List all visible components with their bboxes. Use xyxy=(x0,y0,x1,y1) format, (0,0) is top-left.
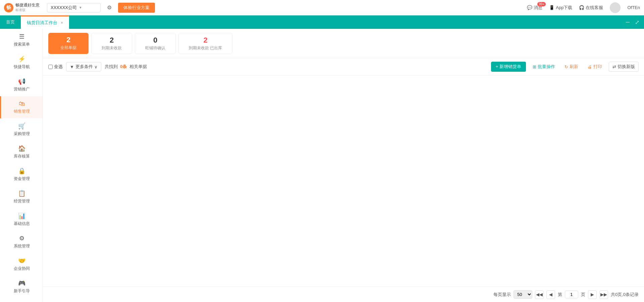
logo-text: 畅捷通好生意 xyxy=(15,3,40,8)
stat-label-overdue: 到期未收款 xyxy=(102,45,122,51)
refresh-icon: ↻ xyxy=(565,64,568,69)
sales-icon: 🛍 xyxy=(19,100,25,107)
prev-page-button[interactable]: ◀ xyxy=(546,290,555,299)
sidebar-item-sales[interactable]: 🛍 销售管理 xyxy=(0,96,43,118)
inventory-icon: 🏠 xyxy=(18,145,25,152)
stat-label-all: 全部单据 xyxy=(58,45,78,51)
marketing-icon: 📢 xyxy=(18,78,25,85)
operations-icon: 📋 xyxy=(18,190,25,197)
stat-label-shipped: 到期未收款 已出库 xyxy=(189,45,222,51)
logo-icon: 畅 xyxy=(4,3,13,12)
purchase-icon: 🛒 xyxy=(18,122,25,130)
batch-icon: ⊞ xyxy=(533,64,536,69)
system-icon: ⚙ xyxy=(19,235,24,242)
new-sale-button[interactable]: + 新增销货单 xyxy=(491,62,526,72)
message-badge: 99+ xyxy=(537,2,546,6)
header-right: 💬 消息 99+ 📱 App下载 🎧 在线客服 OfTEn xyxy=(527,2,640,13)
company-selector[interactable]: XXXXXX公司 ▼ xyxy=(47,3,101,12)
logo-sub: 标准版 xyxy=(15,8,40,12)
print-button[interactable]: 🖨 打印 xyxy=(585,62,605,71)
found-count: 0条 xyxy=(120,64,127,69)
refresh-button[interactable]: ↻ 刷新 xyxy=(562,62,581,71)
switch-icon: ⇄ xyxy=(612,64,616,69)
trial-button[interactable]: 体验行业方案 xyxy=(118,3,155,13)
sidebar-item-inventory[interactable]: 🏠 库存核算 xyxy=(0,141,43,163)
sidebar-item-basic-info[interactable]: 📊 基础信息 xyxy=(0,208,43,231)
switch-version-button[interactable]: ⇄ 切换新版 xyxy=(609,62,639,72)
page-number-input[interactable] xyxy=(565,291,578,298)
page-suffix: 页 xyxy=(581,292,585,298)
sidebar-item-quick-nav[interactable]: ⚡ 快捷导航 xyxy=(0,51,43,74)
stat-number-pending: 0 xyxy=(145,36,165,45)
stat-card-shipped[interactable]: 2 到期未收款 已出库 xyxy=(178,33,232,54)
main-layout: ☰ 搜索菜单 ⚡ 快捷导航 📢 营销推广 🛍 销售管理 🛒 采购管理 🏠 库存核… xyxy=(0,29,644,302)
tab-expand-button[interactable]: ⤢ xyxy=(634,18,641,27)
total-info: 共0页,0条记录 xyxy=(611,292,639,298)
settings-button[interactable]: ⚙ xyxy=(104,2,115,13)
page-size-select[interactable]: 50 10 20 100 xyxy=(514,290,532,299)
chevron-filter-icon: ∨ xyxy=(94,64,98,69)
message-button[interactable]: 💬 消息 99+ xyxy=(527,5,542,11)
stat-card-all[interactable]: 2 全部单据 xyxy=(48,33,89,54)
sidebar-item-search-menu[interactable]: ☰ 搜索菜单 xyxy=(0,29,43,51)
select-all-checkbox[interactable]: 全选 xyxy=(48,64,63,70)
sidebar-item-marketing[interactable]: 📢 营销推广 xyxy=(0,74,43,96)
logo-area: 畅 畅捷通好生意 标准版 xyxy=(4,3,47,13)
table-area xyxy=(43,75,644,287)
app-download-button[interactable]: 📱 App下载 xyxy=(549,5,572,11)
search-menu-icon: ☰ xyxy=(19,33,24,40)
stat-number-overdue: 2 xyxy=(102,36,122,45)
online-service-button[interactable]: 🎧 在线客服 xyxy=(579,5,603,11)
stat-label-pending: 旺铺待确认 xyxy=(145,45,165,51)
stat-card-overdue[interactable]: 2 到期未收款 xyxy=(91,33,132,54)
top-header: 畅 畅捷通好生意 标准版 XXXXXX公司 ▼ ⚙ 体验行业方案 💬 消息 99… xyxy=(0,0,644,15)
tab-close-icon[interactable]: × xyxy=(61,20,63,25)
print-icon: 🖨 xyxy=(588,64,592,69)
stat-card-pending[interactable]: 0 旺铺待确认 xyxy=(135,33,176,54)
sidebar-item-purchase[interactable]: 🛒 采购管理 xyxy=(0,118,43,141)
sidebar-item-guide[interactable]: 🎮 新手引导 xyxy=(0,276,43,298)
quick-nav-icon: ⚡ xyxy=(18,55,25,63)
sidebar-item-app-center[interactable]: 📦 应用中心 xyxy=(0,298,43,302)
home-tab[interactable]: 首页 xyxy=(0,15,21,29)
stats-row: 2 全部单据 2 到期未收款 0 旺铺待确认 2 到期未收款 已出库 xyxy=(43,29,644,58)
sidebar-item-finance[interactable]: 🔒 资金管理 xyxy=(0,163,43,186)
stat-number-shipped: 2 xyxy=(189,36,222,45)
work-tab[interactable]: 钱货日清工作台 × xyxy=(21,15,69,29)
toolbar: 全选 ▼ 更多条件 ∨ 共找到 0条 相关单据 + 新增销货单 ⊞ 批量操作 ↻ xyxy=(43,58,644,75)
chevron-down-icon: ▼ xyxy=(79,6,82,9)
stat-number-all: 2 xyxy=(58,36,78,44)
tabs-actions: ─ ⤢ xyxy=(625,18,644,27)
page-prefix: 第 xyxy=(558,292,562,298)
guide-icon: 🎮 xyxy=(18,280,25,287)
avatar-name: OfTEn xyxy=(627,5,640,10)
sidebar-item-enterprise-coop[interactable]: 🤝 企业协同 xyxy=(0,253,43,276)
found-text: 共找到 0条 相关单据 xyxy=(105,64,147,70)
service-icon: 🎧 xyxy=(579,5,584,10)
batch-op-button[interactable]: ⊞ 批量操作 xyxy=(530,62,558,71)
download-icon: 📱 xyxy=(549,5,554,10)
sidebar: ☰ 搜索菜单 ⚡ 快捷导航 📢 营销推广 🛍 销售管理 🛒 采购管理 🏠 库存核… xyxy=(0,29,43,302)
sidebar-item-system[interactable]: ⚙ 系统管理 xyxy=(0,231,43,253)
filter-icon: ▼ xyxy=(70,64,74,69)
message-icon: 💬 xyxy=(527,5,532,10)
toolbar-right: + 新增销货单 ⊞ 批量操作 ↻ 刷新 🖨 打印 ⇄ 切换新版 xyxy=(491,62,639,72)
pagination: 每页显示 50 10 20 100 ◀◀ ◀ 第 页 ▶ ▶▶ 共0页,0条记录 xyxy=(43,287,644,302)
content-area: 2 全部单据 2 到期未收款 0 旺铺待确认 2 到期未收款 已出库 全选 xyxy=(43,29,644,302)
tab-minimize-button[interactable]: ─ xyxy=(625,18,631,26)
filter-button[interactable]: ▼ 更多条件 ∨ xyxy=(66,62,101,71)
sidebar-item-operations[interactable]: 📋 经营管理 xyxy=(0,186,43,208)
first-page-button[interactable]: ◀◀ xyxy=(535,290,544,299)
last-page-button[interactable]: ▶▶ xyxy=(599,290,608,299)
finance-icon: 🔒 xyxy=(18,167,25,175)
basic-info-icon: 📊 xyxy=(18,212,25,220)
avatar[interactable] xyxy=(610,2,621,13)
gear-icon: ⚙ xyxy=(107,4,112,11)
next-page-button[interactable]: ▶ xyxy=(588,290,597,299)
nav-tabs: 首页 钱货日清工作台 × ─ ⤢ xyxy=(0,15,644,29)
select-all-input[interactable] xyxy=(48,65,53,69)
enterprise-coop-icon: 🤝 xyxy=(18,257,25,264)
company-name: XXXXXX公司 xyxy=(51,5,77,11)
